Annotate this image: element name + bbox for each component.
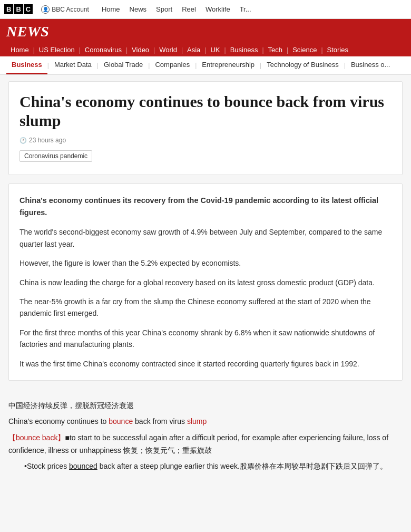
red-nav-asia[interactable]: Asia <box>183 43 204 56</box>
translation-bounce-word: bounce <box>109 417 133 425</box>
top-nav-news[interactable]: News <box>130 5 147 13</box>
account-label: BBC Account <box>52 6 89 13</box>
top-nav-sport[interactable]: Sport <box>156 5 172 13</box>
sub-nav: Business | Market Data | Global Trade | … <box>0 56 411 75</box>
article-para-5: For the first three months of this year … <box>19 327 392 351</box>
bracket-open: 【 <box>8 433 16 442</box>
bbc-logo-b1: B <box>4 4 13 14</box>
bounce-back-phrase: bounce back <box>16 433 57 442</box>
red-nav-stories[interactable]: Stories <box>323 43 353 56</box>
sub-nav-global-trade[interactable]: Global Trade <box>99 56 148 74</box>
article-para-1: The world's second-biggest economy saw g… <box>19 226 392 250</box>
top-nav-links: Home News Sport Reel Worklife Tr... <box>102 5 251 13</box>
main-content: China's economy continues to bounce back… <box>0 75 411 395</box>
bracket-close: 】 <box>57 433 65 442</box>
example-cn: 股票价格在本周较早时急剧下跌后又回弹了。 <box>240 462 387 470</box>
red-nav-coronavirus[interactable]: Coronavirus <box>81 43 126 56</box>
red-nav: Home | US Election | Coronavirus | Video… <box>0 43 411 56</box>
article-para-0: China's economy continues its recovery f… <box>19 195 392 219</box>
article-tag[interactable]: Coronavirus pandemic <box>19 150 92 162</box>
top-nav-home[interactable]: Home <box>102 5 120 13</box>
red-nav-uselection[interactable]: US Election <box>35 43 79 56</box>
red-nav-business[interactable]: Business <box>226 43 262 56</box>
example-underline: bounced <box>69 462 97 470</box>
example-pre: Stock prices <box>27 462 69 470</box>
translation-section: 中国经济持续反弹，摆脱新冠经济衰退 China's economy contin… <box>0 395 411 483</box>
top-nav-more[interactable]: Tr... <box>240 5 251 13</box>
news-title[interactable]: NEWS <box>6 23 405 40</box>
translation-definition-block: 【bounce back】■to start to be successful … <box>8 432 403 472</box>
translation-en-mid: back from virus <box>133 417 187 425</box>
top-nav-worklife[interactable]: Worklife <box>206 5 230 13</box>
bbc-account-link[interactable]: 👤 BBC Account <box>41 5 89 14</box>
translation-en-line1: China's economy continues to <box>8 417 109 425</box>
bbc-logo-b2: B <box>14 4 23 14</box>
red-nav-world[interactable]: World <box>155 43 181 56</box>
article-para-2: However, the figure is lower than the 5.… <box>19 257 392 269</box>
sub-nav-market-data[interactable]: Market Data <box>49 56 97 74</box>
red-nav-home[interactable]: Home <box>6 43 33 56</box>
bbc-logo-c: C <box>24 4 33 14</box>
sub-nav-entrepreneurship[interactable]: Entrepreneurship <box>197 56 260 74</box>
bbc-logo[interactable]: B B C <box>4 4 33 14</box>
red-nav-video[interactable]: Video <box>128 43 153 56</box>
translation-en: China's economy continues to bounce back… <box>8 415 403 428</box>
translation-phrase-header: 【bounce back】■to start to be successful … <box>8 432 403 457</box>
article-para-4: The near-5% growth is a far cry from the… <box>19 296 392 320</box>
sub-nav-business[interactable]: Business <box>6 56 47 74</box>
article-time: 🕐 23 hours ago <box>19 137 392 144</box>
red-nav-tech[interactable]: Tech <box>264 43 287 56</box>
sub-nav-tech-business[interactable]: Technology of Business <box>261 56 344 74</box>
article-para-3: China is now leading the charge for a gl… <box>19 277 392 288</box>
account-icon: 👤 <box>41 5 50 14</box>
clock-icon: 🕐 <box>19 137 27 144</box>
article-para-6: It was the first time China's economy co… <box>19 358 392 370</box>
article-body-card: China's economy continues its recovery f… <box>8 183 403 381</box>
article-time-label: 23 hours ago <box>29 137 66 144</box>
sub-nav-companies[interactable]: Companies <box>150 56 195 74</box>
translation-cn: 中国经济持续反弹，摆脱新冠经济衰退 <box>8 400 403 412</box>
example-end: back after a steep plunge earlier this w… <box>97 462 240 470</box>
article-headline: China's economy continues to bounce back… <box>19 92 392 130</box>
black-square: ■ <box>65 433 69 442</box>
red-nav-science[interactable]: Science <box>288 43 321 56</box>
red-nav-uk[interactable]: UK <box>206 43 224 56</box>
article-headline-card: China's economy continues to bounce back… <box>8 81 403 175</box>
translation-example: •Stock prices bounced back after a steep… <box>24 460 403 473</box>
sub-nav-more[interactable]: Business o... <box>346 56 395 74</box>
translation-slump-word: slump <box>187 417 207 425</box>
top-nav-bar: B B C 👤 BBC Account Home News Sport Reel… <box>0 0 411 19</box>
red-header: NEWS <box>0 19 411 43</box>
top-nav-reel[interactable]: Reel <box>182 5 196 13</box>
